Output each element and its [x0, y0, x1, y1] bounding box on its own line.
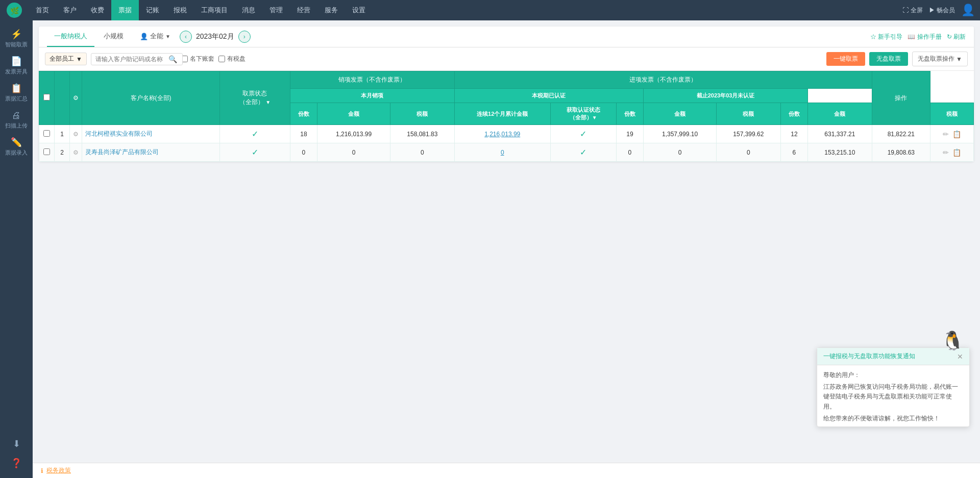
- guide-link[interactable]: ☆ 新手引导: [870, 33, 902, 41]
- col-sub-current-month: 本月销项: [290, 89, 454, 103]
- row-consecutive[interactable]: 0: [454, 143, 550, 162]
- copy-icon[interactable]: 📋: [952, 148, 961, 157]
- row-customer-name: 灵寿县尚泽矿产品有限公司: [82, 143, 220, 162]
- row-index: 1: [55, 125, 70, 143]
- row-settings[interactable]: ⚙: [70, 143, 82, 162]
- search-button[interactable]: 🔍: [168, 55, 177, 63]
- sidebar-item-scan[interactable]: 🖨 扫描上传: [0, 107, 33, 134]
- employee-label: 全部员工: [50, 55, 74, 63]
- svg-text:🌿: 🌿: [10, 7, 19, 15]
- sidebar-item-entry[interactable]: ✏️ 票据录入: [0, 134, 33, 161]
- notification-popup: 🐧 一键报税与无盘取票功能恢复通知 ✕ 尊敬的用户：江苏政务网已恢复访问电子税务…: [817, 347, 970, 427]
- notification-line: 尊敬的用户：: [823, 370, 963, 380]
- row-tax: 158,081.83: [390, 125, 455, 143]
- row-cert-amount: 0: [644, 143, 717, 162]
- row-count: 18: [290, 125, 317, 143]
- row-unrec-amount: 153,215.10: [808, 143, 872, 162]
- edit-icon[interactable]: ✏: [943, 148, 949, 157]
- toolbar: 全部员工 ▼ 🔍 名下账套 有税盘 一键取票 无盘取票 无盘取票操作 ▼: [39, 47, 974, 71]
- member-btn[interactable]: ▶ 畅会员: [929, 6, 955, 15]
- select-all-checkbox[interactable]: [43, 94, 50, 100]
- sub-account-checkbox-label[interactable]: 名下账套: [181, 55, 214, 63]
- row-unrec-tax: 19,808.63: [872, 143, 930, 162]
- top-navigation: 🌿 首页 客户 收费 票据 记账 报税 工商项目 消息 管理 经营 服务 设置 …: [0, 0, 980, 20]
- notification-title: 一键报税与无盘取票功能恢复通知: [823, 352, 915, 361]
- row-checkbox[interactable]: [39, 143, 55, 162]
- col-ops: 操作: [872, 71, 930, 125]
- tax-disk-checkbox[interactable]: [218, 56, 225, 62]
- row-consecutive[interactable]: 1,216,013.99: [454, 125, 550, 143]
- col-fetch-status: 取票状态（全部） ▼: [220, 71, 290, 125]
- sidebar-item-open-invoice[interactable]: 📄 发票开具: [0, 53, 33, 80]
- notification-line: 给您带来的不便敬请谅解，祝您工作愉快！: [823, 414, 963, 423]
- ops-dropdown-icon: ▼: [956, 56, 962, 63]
- nav-accounting[interactable]: 记账: [139, 0, 166, 20]
- notification-line: 江苏政务网已恢复访问电子税务局功能，易代账一键登陆电子税务局与无盘取票相关功能可…: [823, 382, 963, 412]
- col-count1: 份数: [290, 103, 317, 125]
- one-key-fetch-button[interactable]: 一键取票: [826, 52, 865, 66]
- nav-business2[interactable]: 经营: [290, 0, 317, 20]
- download-icon[interactable]: ⬇: [10, 435, 23, 452]
- all-icon: 👤: [140, 33, 148, 40]
- employee-select[interactable]: 全部员工 ▼: [45, 53, 87, 65]
- employee-dropdown-icon: ▼: [76, 56, 82, 63]
- prev-month-btn[interactable]: ‹: [180, 31, 192, 43]
- bottom-bar: ℹ 税务政策: [33, 463, 980, 478]
- notification-close-btn[interactable]: ✕: [957, 353, 963, 361]
- col-cert-status: 获取认证状态（全部）▼: [550, 103, 616, 125]
- fullscreen-btn[interactable]: ⛶ 全屏: [902, 6, 922, 15]
- tabs-right-actions: ☆ 新手引导 📖 操作手册 ↻ 刷新: [870, 33, 966, 41]
- sidebar-item-summary[interactable]: 📋 票据汇总: [0, 80, 33, 107]
- refresh-link[interactable]: ↻ 刷新: [947, 33, 966, 41]
- row-unrec-count: 6: [780, 143, 807, 162]
- row-amount: 0: [317, 143, 390, 162]
- nav-message[interactable]: 消息: [235, 0, 262, 20]
- nav-business[interactable]: 工商项目: [194, 0, 235, 20]
- manual-link[interactable]: 📖 操作手册: [908, 33, 941, 41]
- row-cert-status: ✓: [550, 143, 616, 162]
- no-disk-fetch-button[interactable]: 无盘取票: [869, 52, 908, 66]
- nav-billing[interactable]: 收费: [84, 0, 111, 20]
- tax-policy-link[interactable]: 税务政策: [46, 466, 71, 475]
- nav-home[interactable]: 首页: [29, 0, 56, 20]
- all-dropdown-icon: ▼: [165, 34, 170, 39]
- nav-items: 首页 客户 收费 票据 记账 报税 工商项目 消息 管理 经营 服务 设置: [29, 0, 902, 20]
- row-cert-count: 0: [616, 143, 643, 162]
- nav-manage[interactable]: 管理: [262, 0, 290, 20]
- bottom-info-icon: ℹ: [41, 467, 43, 474]
- table-row: 2 ⚙ 灵寿县尚泽矿产品有限公司 ✓ 0 0 0 0 ✓ 0 0 0 6 153…: [39, 143, 974, 162]
- row-checkbox[interactable]: [39, 125, 55, 143]
- edit-icon[interactable]: ✏: [943, 130, 949, 138]
- tab-small-scale[interactable]: 小规模: [96, 27, 131, 47]
- tab-all[interactable]: 👤 全能 ▼: [133, 27, 178, 47]
- nav-right: ⛶ 全屏 ▶ 畅会员 👤: [902, 4, 975, 17]
- next-month-btn[interactable]: ›: [238, 31, 251, 43]
- col-unrec-tax: 税额: [930, 103, 973, 125]
- table-row: 1 ⚙ 河北柯橙祺实业有限公司 ✓ 18 1,216,013.99 158,08…: [39, 125, 974, 143]
- no-disk-ops-button[interactable]: 无盘取票操作 ▼: [912, 52, 968, 66]
- tab-general-taxpayer[interactable]: 一般纳税人: [47, 27, 94, 47]
- nav-tax[interactable]: 报税: [166, 0, 194, 20]
- row-cert-status: ✓: [550, 125, 616, 143]
- invoice-table: ⚙ 客户名称(全部) 取票状态（全部） ▼ 销项发票（不含作废票） 进项发票（不…: [39, 71, 974, 162]
- row-settings[interactable]: ⚙: [70, 125, 82, 143]
- col-customer-name: 客户名称(全部): [82, 71, 220, 125]
- col-cert-amount: 金额: [644, 103, 717, 125]
- help-icon[interactable]: ❓: [8, 455, 25, 472]
- user-avatar[interactable]: 👤: [961, 4, 975, 17]
- tax-disk-checkbox-label[interactable]: 有税盘: [218, 55, 246, 63]
- nav-invoice[interactable]: 票据: [111, 0, 139, 20]
- row-unrec-amount: 631,337.21: [808, 125, 872, 143]
- nav-settings[interactable]: 设置: [345, 0, 373, 20]
- row-ops: ✏ 📋: [930, 143, 973, 162]
- smart-fetch-icon: ⚡: [11, 30, 22, 39]
- copy-icon[interactable]: 📋: [952, 130, 961, 138]
- col-tax1: 税额: [390, 103, 455, 125]
- sidebar-item-smart-fetch[interactable]: ⚡ 智能取票: [0, 26, 33, 53]
- nav-customer[interactable]: 客户: [56, 0, 84, 20]
- row-cert-count: 19: [616, 125, 643, 143]
- nav-service[interactable]: 服务: [317, 0, 345, 20]
- col-group-purchase: 进项发票（不含作废票）: [454, 71, 872, 89]
- row-customer-name: 河北柯橙祺实业有限公司: [82, 125, 220, 143]
- row-index: 2: [55, 143, 70, 162]
